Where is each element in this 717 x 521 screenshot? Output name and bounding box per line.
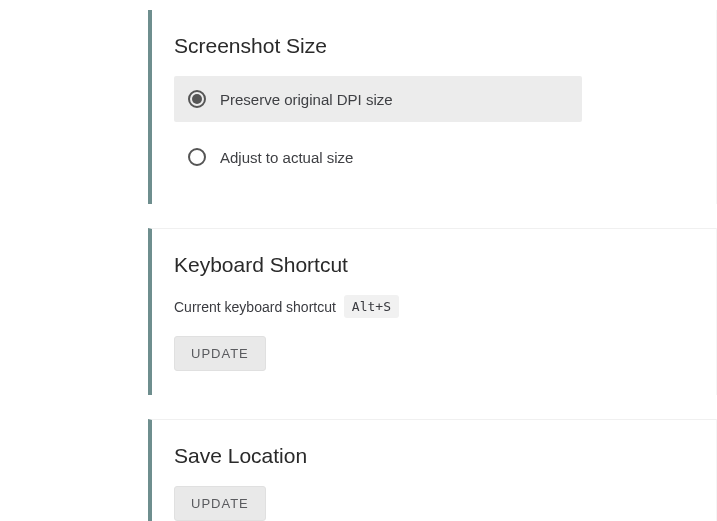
- screenshot-size-section: Screenshot Size Preserve original DPI si…: [148, 10, 717, 204]
- shortcut-current-label: Current keyboard shortcut: [174, 299, 336, 315]
- shortcut-current-line: Current keyboard shortcut Alt+S: [174, 295, 716, 318]
- save-location-title: Save Location: [174, 444, 716, 468]
- update-save-location-button[interactable]: UPDATE: [174, 486, 266, 521]
- save-location-section: Save Location UPDATE: [148, 419, 717, 521]
- keyboard-shortcut-section: Keyboard Shortcut Current keyboard short…: [148, 228, 717, 395]
- radio-option-adjust-actual[interactable]: Adjust to actual size: [174, 134, 582, 180]
- radio-unselected-icon: [188, 148, 206, 166]
- keyboard-shortcut-title: Keyboard Shortcut: [174, 253, 716, 277]
- radio-label: Preserve original DPI size: [220, 91, 393, 108]
- radio-selected-icon: [188, 90, 206, 108]
- screenshot-size-title: Screenshot Size: [174, 34, 716, 58]
- shortcut-value: Alt+S: [344, 295, 399, 318]
- radio-label: Adjust to actual size: [220, 149, 353, 166]
- radio-option-preserve-dpi[interactable]: Preserve original DPI size: [174, 76, 582, 122]
- update-shortcut-button[interactable]: UPDATE: [174, 336, 266, 371]
